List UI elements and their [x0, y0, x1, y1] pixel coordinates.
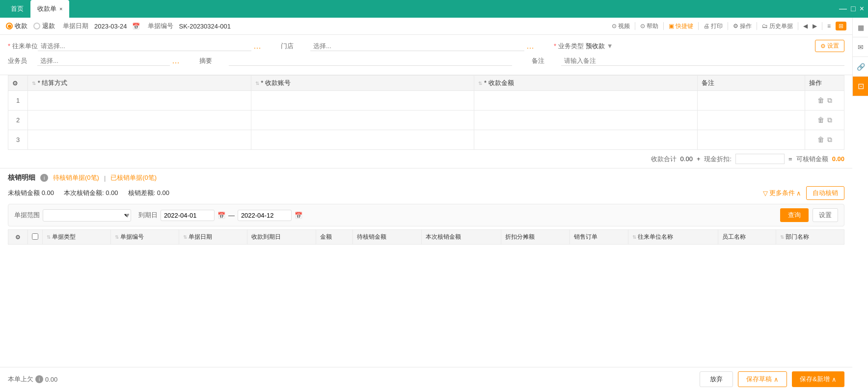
- range-field: 单据范围 ▼: [14, 209, 131, 222]
- settings-btn-label: 设置: [827, 42, 839, 50]
- row-num-1: 1: [8, 91, 28, 111]
- gear-icon: ⚙: [820, 43, 826, 50]
- col-gear[interactable]: ⚙: [8, 76, 28, 91]
- net-label: 可核销金额: [796, 155, 828, 164]
- video-btn[interactable]: ⊙ 视频: [612, 22, 630, 30]
- business-type-dropdown-icon[interactable]: ▼: [607, 42, 613, 50]
- toolbar-right: ⊙ 视频 ⊙ 帮助 ▣ 快捷键 🖨: [612, 22, 846, 30]
- col-due-date: 收款到期日: [247, 230, 316, 245]
- copy-icon-2[interactable]: ⧉: [827, 116, 832, 124]
- calendar-icon[interactable]: 📅: [132, 23, 140, 30]
- list-view-btn[interactable]: ≡: [827, 23, 831, 29]
- info-icon[interactable]: i: [40, 174, 48, 182]
- radio-group: 收款 退款: [6, 22, 55, 30]
- auto-writeoff-button[interactable]: 自动核销: [806, 186, 844, 200]
- row-num-2: 2: [8, 111, 28, 130]
- query-button[interactable]: 查询: [780, 208, 809, 222]
- sidebar-camera-btn[interactable]: ⊡: [853, 77, 868, 96]
- query-settings-button[interactable]: 设置: [813, 208, 838, 222]
- salesperson-more-icon[interactable]: …: [172, 56, 180, 65]
- calendar-from-icon[interactable]: 📅: [217, 212, 225, 219]
- nav-left-btn[interactable]: ◀: [803, 23, 808, 29]
- sidebar-attach-btn[interactable]: 🔗: [853, 57, 868, 77]
- cell-remark-1[interactable]: [698, 91, 805, 111]
- save-draft-button[interactable]: 保存草稿 ∧: [738, 371, 787, 387]
- more-conditions-btn[interactable]: ▽ 更多条件 ∧: [763, 189, 801, 197]
- tab-close-icon[interactable]: ×: [59, 6, 62, 12]
- remark-input[interactable]: [561, 56, 844, 66]
- grid-view-btn[interactable]: ⊞: [836, 22, 846, 30]
- settings-button[interactable]: ⚙ 设置: [815, 40, 844, 52]
- print-btn[interactable]: 🖨 打印: [704, 22, 723, 30]
- video-icon: ⊙: [612, 23, 617, 29]
- close-icon[interactable]: ×: [860, 4, 864, 13]
- date-to-input[interactable]: [238, 210, 292, 221]
- unchecked-item: 未核销金额 0.00: [8, 189, 54, 197]
- pending-label: 待核销单据(0笔): [53, 174, 99, 181]
- salesperson-input[interactable]: [37, 56, 170, 66]
- done-tab[interactable]: 已核销单据(0笔): [110, 173, 157, 182]
- cell-account-3[interactable]: [251, 130, 474, 150]
- net-value: 0.00: [832, 155, 844, 163]
- shortcut-btn[interactable]: ▣ 快捷键: [669, 22, 693, 30]
- date-range-field: 到期日 📅 — 📅: [138, 210, 302, 221]
- prev-order-label: 本单上欠: [8, 375, 33, 384]
- pending-tab[interactable]: 待核销单据(0笔): [53, 173, 99, 182]
- counterpart-input[interactable]: [38, 41, 251, 51]
- cell-settlement-2[interactable]: [28, 111, 251, 130]
- cell-settlement-3[interactable]: [28, 130, 251, 150]
- history-btn[interactable]: 🗂 历史单据: [762, 22, 793, 30]
- cell-amount-1[interactable]: [474, 91, 698, 111]
- select-all-checkbox[interactable]: [32, 233, 38, 240]
- col-gear-bottom[interactable]: ⚙: [8, 230, 28, 245]
- tab-current[interactable]: 收款单 ×: [30, 0, 69, 18]
- cell-account-1[interactable]: [251, 91, 474, 111]
- delete-icon-1[interactable]: 🗑: [817, 96, 824, 105]
- col-checkbox[interactable]: [28, 230, 43, 245]
- sidebar-table-btn[interactable]: ▦: [853, 18, 868, 37]
- help-btn[interactable]: ⊙ 帮助: [640, 22, 658, 30]
- cell-remark-3[interactable]: [698, 130, 805, 150]
- col-counterpart-name: ⇅ 往来单位名称: [628, 230, 718, 245]
- counterpart-more-icon[interactable]: …: [253, 42, 261, 51]
- col-settlement: ⇅ * 结算方式: [28, 76, 251, 91]
- range-select[interactable]: [43, 209, 131, 222]
- store-label: 门店: [281, 42, 310, 51]
- salesperson-field: 业务员 …: [8, 56, 180, 66]
- cell-settlement-1[interactable]: [28, 91, 251, 111]
- store-more-icon[interactable]: …: [526, 42, 534, 51]
- maximize-icon[interactable]: □: [851, 4, 856, 13]
- current-label: 本次核销金额:: [64, 189, 104, 196]
- date-from-input[interactable]: [161, 210, 215, 221]
- summary-input[interactable]: [229, 56, 512, 66]
- cell-account-2[interactable]: [251, 111, 474, 130]
- copy-icon-3[interactable]: ⧉: [827, 136, 832, 144]
- prev-order: 本单上欠 i 0.00: [8, 375, 57, 384]
- minimize-icon[interactable]: —: [839, 4, 847, 13]
- sidebar-email-btn[interactable]: ✉: [853, 37, 868, 57]
- store-input[interactable]: [310, 41, 524, 51]
- radio-shoukuan[interactable]: 收款: [6, 22, 27, 30]
- radio-tuikuan[interactable]: 退款: [33, 22, 55, 30]
- calendar-to-icon[interactable]: 📅: [295, 212, 302, 219]
- cell-amount-3[interactable]: [474, 130, 698, 150]
- cell-amount-2[interactable]: [474, 111, 698, 130]
- save-new-button[interactable]: 保存&新增 ∧: [792, 371, 844, 387]
- delete-icon-2[interactable]: 🗑: [817, 116, 824, 124]
- copy-icon-1[interactable]: ⧉: [827, 96, 832, 105]
- delete-icon-3[interactable]: 🗑: [817, 136, 824, 144]
- more-conditions-label: 更多条件: [769, 189, 795, 197]
- abandon-button[interactable]: 放弃: [700, 371, 733, 387]
- col-remark: 备注: [698, 76, 805, 91]
- prev-order-info-icon[interactable]: i: [35, 375, 43, 383]
- payment-table: ⚙ ⇅ * 结算方式 ⇅ * 收款账号 ⇅ * 收款金额 备注 操作 1: [8, 75, 844, 150]
- discount-input[interactable]: [735, 154, 785, 164]
- writeoff-section: 核销明细 i 待核销单据(0笔) | 已核销单据(0笔) 未核销金额 0.00: [0, 168, 852, 367]
- operation-btn[interactable]: ⚙ 操作: [733, 22, 752, 30]
- discount-label: 现金折扣:: [704, 155, 732, 164]
- cell-remark-2[interactable]: [698, 111, 805, 130]
- right-sidebar: ▦ ✉ 🔗 ⊡: [852, 18, 868, 96]
- nav-right-btn[interactable]: ▶: [813, 23, 817, 29]
- tab-home[interactable]: 首页: [4, 0, 30, 18]
- date-value: 2023-03-24: [94, 23, 127, 30]
